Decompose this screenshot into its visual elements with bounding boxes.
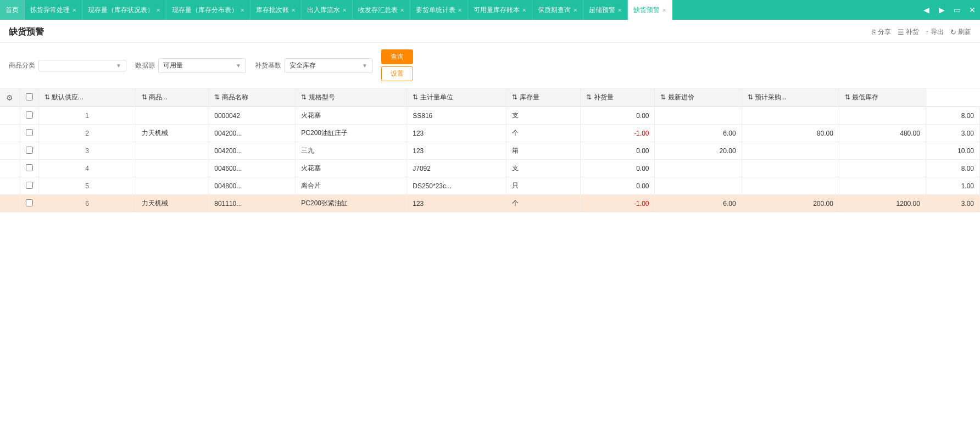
row-stock: 0.00 <box>581 160 655 177</box>
nav-tab-7[interactable]: 要货单统计表 ✕ <box>410 0 468 20</box>
nav-tab-11[interactable]: 缺货预警 ✕ <box>628 0 672 20</box>
col-checkbox-header[interactable] <box>20 88 38 107</box>
row-unit: 只 <box>506 177 581 195</box>
table-body: 10000042火花塞SS816支0.008.002力天机械004200...P… <box>0 107 980 212</box>
replenish-value: 安全库存 <box>289 61 316 70</box>
nav-tab-home[interactable]: 首页 <box>0 0 25 20</box>
row-spec: 123 <box>407 142 506 160</box>
row-checkbox[interactable] <box>26 129 33 136</box>
close-tab-1-icon[interactable]: ✕ <box>72 7 76 13</box>
row-checkbox-cell[interactable] <box>20 177 38 195</box>
row-checkbox[interactable] <box>26 111 33 119</box>
row-goods-name: 火花塞 <box>296 160 407 177</box>
close-tab-5-icon[interactable]: ✕ <box>342 7 347 13</box>
datasource-select[interactable]: 可用量 ▼ <box>158 58 246 73</box>
nav-tab-3[interactable]: 现存量（库存分布表） ✕ <box>166 0 250 20</box>
row-replenish-qty: 6.00 <box>655 125 742 142</box>
col-latest-price-header[interactable]: ⇅ 最新进价 <box>655 88 742 107</box>
row-stock: 0.00 <box>581 142 655 160</box>
row-checkbox-cell[interactable] <box>20 125 38 142</box>
datasource-dropdown-arrow-icon: ▼ <box>236 63 241 69</box>
col-min-stock-header[interactable]: ⇅ 最低库存 <box>839 88 926 107</box>
row-checkbox-cell[interactable] <box>20 195 38 212</box>
row-supplier: 力天机械 <box>136 195 208 212</box>
row-checkbox-cell[interactable] <box>20 160 38 177</box>
export-button[interactable]: ↑ 导出 <box>926 27 944 37</box>
query-button[interactable]: 查询 <box>381 49 413 64</box>
table-row: 3004200...三九123箱0.0020.0010.00 <box>0 142 980 160</box>
row-min-stock: 1.00 <box>926 177 979 195</box>
row-index: 5 <box>38 177 136 195</box>
datasource-value: 可用量 <box>163 61 183 70</box>
share-button[interactable]: ⎘ 分享 <box>872 27 891 37</box>
page-title: 缺货预警 <box>9 26 872 38</box>
row-checkbox-cell[interactable] <box>20 142 38 160</box>
close-tab-11-icon[interactable]: ✕ <box>662 7 666 13</box>
nav-next-button[interactable]: ▶ <box>934 0 949 20</box>
col-goods-name-header[interactable]: ⇅ 商品名称 <box>209 88 296 107</box>
nav-close-button[interactable]: ✕ <box>965 0 980 20</box>
row-spec: J7092 <box>407 160 506 177</box>
row-unit: 个 <box>506 195 581 212</box>
refresh-button[interactable]: ↻ 刷新 <box>950 27 971 37</box>
page-header: 缺货预警 ⎘ 分享 ☰ 补货 ↑ 导出 ↻ 刷新 <box>0 20 980 43</box>
table-header-row: ⚙ ⇅ 默认供应... ⇅ 商品... ⇅ 商品名称 ⇅ <box>0 88 980 107</box>
close-tab-6-icon[interactable]: ✕ <box>400 7 404 13</box>
row-latest-price <box>742 177 839 195</box>
row-checkbox[interactable] <box>26 182 33 189</box>
row-checkbox[interactable] <box>26 164 33 171</box>
col-unit-header[interactable]: ⇅ 主计量单位 <box>407 88 506 107</box>
settings-button[interactable]: 设置 <box>381 66 413 81</box>
row-goods-name: PC200张紧油缸 <box>296 195 407 212</box>
nav-tab-6[interactable]: 收发存汇总表 ✕ <box>353 0 410 20</box>
col-settings[interactable]: ⚙ <box>0 88 20 107</box>
col-stock-header[interactable]: ⇅ 库存量 <box>506 88 581 107</box>
top-nav: 首页 拣货异常处理 ✕ 现存量（库存状况表） ✕ 现存量（库存分布表） ✕ 库存… <box>0 0 980 20</box>
category-select[interactable]: ▼ <box>38 60 126 71</box>
col-spec-header[interactable]: ⇅ 规格型号 <box>296 88 407 107</box>
row-replenish-qty: 6.00 <box>655 195 742 212</box>
nav-tab-2[interactable]: 现存量（库存状况表） ✕ <box>82 0 166 20</box>
nav-prev-button[interactable]: ◀ <box>918 0 934 20</box>
refresh-icon: ↻ <box>950 28 956 36</box>
row-checkbox[interactable] <box>26 147 33 154</box>
row-estimated-purchase <box>839 177 926 195</box>
table-row: 2力天机械004200...PC200油缸庄子123个-1.006.0080.0… <box>0 125 980 142</box>
nav-tab-9[interactable]: 保质期查询 ✕ <box>532 0 583 20</box>
select-all-checkbox[interactable] <box>26 93 33 100</box>
row-checkbox[interactable] <box>26 199 33 206</box>
close-tab-7-icon[interactable]: ✕ <box>458 7 462 13</box>
row-checkbox-cell[interactable] <box>20 107 38 125</box>
category-filter-group: 商品分类 ▼ <box>9 60 126 71</box>
replenish-icon: ☰ <box>898 28 904 36</box>
replenish-button[interactable]: ☰ 补货 <box>898 27 919 37</box>
col-goods-code-header[interactable]: ⇅ 商品... <box>136 88 208 107</box>
row-replenish-qty: 20.00 <box>655 142 742 160</box>
datasource-filter-group: 数据源 可用量 ▼ <box>135 58 246 73</box>
nav-tab-1[interactable]: 拣货异常处理 ✕ <box>25 0 82 20</box>
replenish-select[interactable]: 安全库存 ▼ <box>285 58 372 73</box>
col-replenish-qty-header[interactable]: ⇅ 补货量 <box>581 88 655 107</box>
close-tab-4-icon[interactable]: ✕ <box>291 7 296 13</box>
row-goods-name: PC200油缸庄子 <box>296 125 407 142</box>
close-tab-8-icon[interactable]: ✕ <box>522 7 526 13</box>
close-tab-3-icon[interactable]: ✕ <box>240 7 244 13</box>
row-estimated-purchase <box>839 107 926 125</box>
col-supplier-header[interactable]: ⇅ 默认供应... <box>38 88 136 107</box>
nav-tab-5[interactable]: 出入库流水 ✕ <box>302 0 353 20</box>
row-replenish-qty <box>655 107 742 125</box>
close-tab-2-icon[interactable]: ✕ <box>156 7 160 13</box>
row-goods-code: 0000042 <box>209 107 296 125</box>
row-estimated-purchase: 1200.00 <box>839 195 926 212</box>
nav-tab-8[interactable]: 可用量库存账本 ✕ <box>468 0 532 20</box>
col-estimated-purchase-header[interactable]: ⇅ 预计采购... <box>742 88 839 107</box>
row-index: 2 <box>38 125 136 142</box>
nav-tab-10[interactable]: 超储预警 ✕ <box>583 0 628 20</box>
row-min-stock: 10.00 <box>926 142 979 160</box>
nav-tab-4[interactable]: 库存批次账 ✕ <box>250 0 302 20</box>
close-tab-10-icon[interactable]: ✕ <box>617 7 622 13</box>
close-tab-9-icon[interactable]: ✕ <box>573 7 577 13</box>
gear-icon[interactable]: ⚙ <box>6 93 13 102</box>
nav-restore-button[interactable]: ▭ <box>949 0 965 20</box>
row-index: 4 <box>38 160 136 177</box>
